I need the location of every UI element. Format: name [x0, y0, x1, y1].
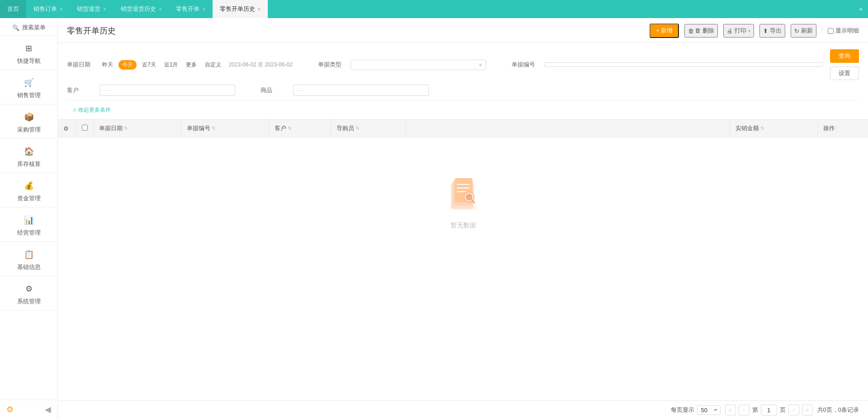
sidebar-item-purchase-mgmt[interactable]: 📦采购管理 [0, 104, 57, 139]
sales-mgmt-icon: 🛒 [23, 76, 35, 89]
page-label-after: 页 [780, 406, 786, 414]
export-button[interactable]: ⬆ 导出 [759, 24, 785, 38]
date-filter-label: 单据日期 [67, 61, 92, 69]
goods-label: 商品 [261, 86, 286, 94]
filter-settings-button[interactable]: 设置 [830, 66, 859, 80]
sidebar-item-finance[interactable]: 💰资金管理 [0, 173, 57, 207]
export-label: 导出 [770, 27, 782, 35]
sidebar-search[interactable]: 🔍 搜索菜单 [0, 18, 57, 36]
filter-collapse-row: ∧ 收起更多条件 [67, 100, 859, 116]
show-detail-input[interactable] [828, 28, 834, 34]
customer-input[interactable]: ··· [100, 85, 235, 96]
top-bar-tabs: 首页销售订单×销货退货×销货退货历史×零售开单×零售开单历史× [0, 0, 854, 18]
sidebar-item-quick-nav[interactable]: ⊞快捷导航 [0, 36, 57, 70]
collapse-sidebar-icon[interactable]: ◀ [45, 405, 51, 414]
top-tab-close-sales-return[interactable]: × [103, 6, 106, 12]
table-area: ⚙ 单据日期 ⇅ 单据编号 [58, 120, 868, 400]
sidebar-item-label-purchase-mgmt: 采购管理 [17, 126, 41, 134]
top-tab-sales-return-history[interactable]: 销货退货历史× [114, 0, 169, 18]
toolbar-separator [822, 27, 822, 34]
table-header-row: ⚙ 单据日期 ⇅ 单据编号 [58, 120, 868, 137]
show-detail-label: 显示明细 [835, 27, 859, 35]
sidebar-bottom: ⚙ ◀ [0, 400, 57, 419]
sidebar-item-operations[interactable]: 📊经营管理 [0, 207, 57, 242]
col-checkbox[interactable] [76, 120, 93, 137]
page-input[interactable] [761, 405, 777, 415]
top-bar: 首页销售订单×销货退货×销货退货历史×零售开单×零售开单历史× × [0, 0, 868, 18]
search-icon: 🔍 [12, 24, 19, 31]
date-btn-more[interactable]: 更多 [183, 60, 199, 70]
per-page-label: 每页显示 [671, 406, 694, 414]
col-billno: 单据编号 ⇅ [181, 120, 269, 137]
refresh-button[interactable]: ↻ 刷新 [791, 24, 816, 38]
sidebar-item-basic-info[interactable]: 📋基础信息 [0, 242, 57, 276]
select-all-checkbox[interactable] [82, 125, 88, 131]
sidebar-item-system-mgmt[interactable]: ⚙系统管理 [0, 276, 57, 311]
top-bar-right: × [854, 6, 868, 13]
col-customer-label: 客户 [275, 124, 286, 132]
date-btn-today[interactable]: 今天 [119, 60, 137, 70]
basic-info-icon: 📋 [23, 248, 35, 261]
date-filter-btns: 昨天 今天 近7天 近1月 更多 自定义 2023-06-02 至 2023-0… [100, 60, 293, 70]
col-billno-sort-icon[interactable]: ⇅ [212, 126, 215, 131]
col-date-label: 单据日期 [99, 124, 123, 132]
sidebar-item-label-operations: 经营管理 [17, 229, 41, 237]
sidebar-item-sales-mgmt[interactable]: 🛒销售管理 [0, 70, 57, 104]
print-arrow: ▾ [748, 28, 750, 33]
next-page-btn[interactable]: › [788, 405, 799, 415]
top-tab-home[interactable]: 首页 [0, 0, 26, 18]
last-page-btn[interactable]: » [802, 405, 813, 415]
pagination: « ‹ 第 页 › » [725, 405, 813, 415]
prev-page-btn[interactable]: ‹ [739, 405, 749, 415]
type-select[interactable]: ∨ [351, 60, 486, 70]
delete-button[interactable]: 🗑 🗑 删除 [684, 24, 718, 38]
footer-total: 共0页，0条记录 [817, 406, 859, 414]
per-page-select[interactable]: 50 10 20 100 [697, 405, 721, 415]
close-window-icon[interactable]: × [859, 6, 863, 13]
top-tab-sales-order[interactable]: 销售订单× [26, 0, 70, 18]
col-date: 单据日期 ⇅ [93, 120, 181, 137]
goods-input[interactable]: ··· [293, 85, 429, 96]
query-button[interactable]: 查询 [830, 49, 859, 63]
col-customer-sort-icon[interactable]: ⇅ [288, 126, 291, 131]
print-button[interactable]: 🖨 打印 ▾ [723, 24, 754, 38]
sidebar-item-label-sales-mgmt: 销售管理 [17, 91, 41, 99]
first-page-btn[interactable]: « [725, 405, 736, 415]
collapse-button[interactable]: ∧ 收起更多条件 [67, 104, 859, 116]
date-btn-1month[interactable]: 近1月 [161, 60, 181, 70]
col-amount: 实销金额 ⇅ [730, 120, 817, 137]
top-tab-retail-open-history[interactable]: 零售开单历史× [213, 0, 268, 18]
col-extra [406, 120, 730, 137]
toolbar: + 新增 🗑 🗑 删除 🖨 打印 ▾ ⬆ 导出 ↻ 刷新 [650, 24, 859, 38]
sidebar-item-label-finance: 资金管理 [17, 194, 41, 202]
sidebar-item-label-inventory: 库存核算 [17, 160, 41, 168]
col-amount-sort-icon[interactable]: ⇅ [760, 126, 764, 131]
top-tab-close-sales-return-history[interactable]: × [159, 6, 161, 12]
refresh-label: 刷新 [801, 27, 813, 35]
top-tab-label-sales-order: 销售订单 [33, 5, 57, 13]
date-btn-yesterday[interactable]: 昨天 [100, 60, 116, 70]
delete-icon: 🗑 [688, 28, 694, 34]
operations-icon: 📊 [23, 214, 35, 226]
sidebar-item-label-quick-nav: 快捷导航 [17, 57, 41, 65]
date-btn-7days[interactable]: 近7天 [139, 60, 159, 70]
settings-icon[interactable]: ⚙ [6, 405, 14, 414]
col-settings[interactable]: ⚙ [58, 120, 76, 137]
date-btn-custom[interactable]: 自定义 [202, 60, 224, 70]
billno-input[interactable] [544, 62, 823, 67]
top-tab-close-sales-order[interactable]: × [60, 6, 62, 12]
top-tab-close-retail-open-history[interactable]: × [258, 6, 261, 12]
add-button[interactable]: + 新增 [650, 24, 679, 38]
top-tab-sales-return[interactable]: 销货退货× [70, 0, 113, 18]
top-tab-retail-open[interactable]: 零售开单× [169, 0, 212, 18]
filter-area: 单据日期 昨天 今天 近7天 近1月 更多 自定义 2023-06-02 至 2… [58, 43, 868, 120]
print-label: 打印 [735, 27, 746, 35]
purchase-mgmt-icon: 📦 [23, 111, 35, 123]
col-salesperson-sort-icon[interactable]: ⇅ [356, 126, 359, 131]
top-tab-label-home: 首页 [7, 5, 19, 13]
col-date-sort-icon[interactable]: ⇅ [124, 126, 128, 131]
sidebar-item-inventory[interactable]: 🏠库存核算 [0, 139, 57, 173]
top-tab-close-retail-open[interactable]: × [202, 6, 205, 12]
empty-cell: 暂无数据 [58, 137, 868, 266]
show-detail-checkbox[interactable]: 显示明细 [828, 27, 859, 35]
